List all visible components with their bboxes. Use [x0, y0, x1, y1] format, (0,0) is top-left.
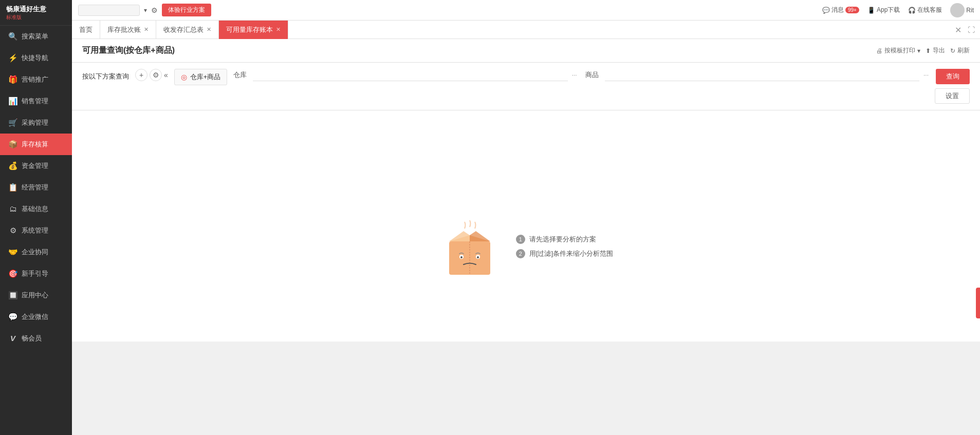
topbar-gear-icon[interactable]: ⚙	[151, 6, 158, 14]
sidebar-item-label: 快捷导航	[22, 53, 48, 63]
folder-icon: 🗂	[8, 204, 17, 213]
scheme-actions: + ⚙ «	[135, 69, 168, 81]
online-service-link[interactable]: 🎧 在线客服	[908, 6, 942, 14]
sidebar-item-marketing[interactable]: 🎁 营销推广	[0, 69, 72, 90]
brand-name: 畅康通好生意	[6, 5, 66, 14]
empty-state: 1 请先选择要分析的方案 2 用[过滤]条件来缩小分析范围	[439, 123, 613, 329]
sidebar-item-search[interactable]: 🔍 搜索菜单	[0, 26, 72, 47]
handshake-icon: 🤝	[8, 248, 17, 257]
sidebar-item-label: 新手引导	[22, 269, 48, 278]
settings-action-button[interactable]: 设置	[935, 88, 970, 104]
hint-num-1: 1	[516, 235, 525, 244]
settings-icon: ⚙	[153, 71, 159, 79]
add-icon: +	[139, 71, 143, 79]
sidebar-item-label: 销售管理	[22, 97, 48, 106]
topbar-dropdown-chevron[interactable]: ▾	[144, 7, 147, 14]
sidebar-item-basic-info[interactable]: 🗂 基础信息	[0, 198, 72, 220]
collapse-scheme-button[interactable]: «	[164, 71, 168, 79]
main-area: ▾ ⚙ 体验行业方案 💬 消息 99+ 📱 App下载 🎧 在线客服 Rit	[72, 0, 980, 435]
warehouse-input[interactable]	[253, 69, 567, 81]
tab-available-ledger-close[interactable]: ✕	[276, 26, 281, 33]
tab-batch-ledger-close[interactable]: ✕	[144, 26, 149, 33]
product-more[interactable]: ···	[923, 71, 929, 79]
sidebar: 畅康通好生意 标准版 🔍 搜索菜单 ⚡ 快捷导航 🎁 营销推广 📊 销售管理 🛒…	[0, 0, 72, 435]
chart-icon: 📊	[8, 97, 17, 106]
sidebar-item-vip[interactable]: V 畅会员	[0, 328, 72, 349]
hint-text-1: 请先选择要分析的方案	[529, 235, 596, 244]
sidebar-item-label: 经营管理	[22, 183, 48, 192]
money-icon: 💰	[8, 161, 17, 171]
hint-text-2: 用[过滤]条件来缩小分析范围	[529, 249, 613, 258]
export-button[interactable]: ⬆ 导出	[926, 46, 945, 55]
tab-available-ledger-label: 可用量库存账本	[226, 25, 273, 34]
sidebar-item-purchase[interactable]: 🛒 采购管理	[0, 112, 72, 134]
product-label: 商品	[585, 70, 601, 80]
warehouse-more[interactable]: ···	[572, 71, 577, 79]
filter-fields: 仓库 ··· 商品 ···	[233, 69, 929, 81]
scheme-name: 仓库+商品	[190, 72, 221, 82]
print-label: 按模板打印	[884, 46, 915, 55]
tab-batch-ledger-label: 库存批次账	[107, 25, 141, 34]
sidebar-item-label: 资金管理	[22, 161, 48, 171]
message-count: 99+	[845, 7, 859, 13]
query-button[interactable]: 查询	[936, 69, 970, 84]
refresh-button[interactable]: ↻ 刷新	[950, 46, 970, 55]
tabbar-expand-icon[interactable]: ⛶	[968, 26, 975, 34]
sidebar-item-business[interactable]: 📋 经营管理	[0, 177, 72, 198]
empty-hint-2: 2 用[过滤]条件来缩小分析范围	[516, 249, 613, 258]
tabbar-close-all[interactable]: ✕	[955, 25, 961, 34]
scheme-circle-icon: ◎	[181, 73, 187, 81]
vip-icon: V	[8, 334, 17, 343]
svg-point-9	[477, 256, 479, 258]
trial-industry-button[interactable]: 体验行业方案	[162, 4, 211, 16]
apps-icon: 🔲	[8, 291, 17, 300]
tab-home[interactable]: 首页	[72, 21, 100, 39]
empty-illustration	[439, 216, 501, 277]
gift-icon: 🎁	[8, 75, 17, 84]
filter-row-1: 仓库 ··· 商品 ···	[233, 69, 929, 81]
sidebar-item-shortcut[interactable]: ⚡ 快捷导航	[0, 47, 72, 69]
settings-scheme-button[interactable]: ⚙	[150, 69, 162, 81]
user-avatar-area[interactable]: Rit	[950, 3, 974, 17]
tabbar: 首页 库存批次账 ✕ 收发存汇总表 ✕ 可用量库存账本 ✕ ✕ ⛶	[72, 21, 980, 39]
sidebar-item-label: 企业协同	[22, 248, 48, 257]
hint-num-2: 2	[516, 249, 525, 258]
message-icon: 💬	[822, 7, 830, 14]
sidebar-item-inventory[interactable]: 📦 库存核算	[0, 134, 72, 155]
scheme-warehouse-product[interactable]: ◎ 仓库+商品	[174, 69, 228, 85]
clipboard-icon: 📋	[8, 183, 17, 192]
sidebar-item-app-center[interactable]: 🔲 应用中心	[0, 285, 72, 306]
sidebar-item-label: 应用中心	[22, 291, 48, 300]
sidebar-item-enterprise-wechat[interactable]: 💬 企业微信	[0, 306, 72, 328]
warehouse-label: 仓库	[233, 70, 249, 80]
sidebar-item-newbie[interactable]: 🎯 新手引导	[0, 263, 72, 285]
tab-batch-ledger[interactable]: 库存批次账 ✕	[100, 21, 156, 39]
tab-deposit-summary-label: 收发存汇总表	[163, 25, 204, 34]
cart-icon: 🛒	[8, 118, 17, 127]
sidebar-item-finance[interactable]: 💰 资金管理	[0, 155, 72, 177]
print-template-button[interactable]: 🖨 按模板打印 ▾	[876, 46, 920, 55]
sidebar-item-label: 基础信息	[22, 204, 48, 214]
app-download-label: App下载	[877, 6, 900, 14]
svg-marker-4	[470, 231, 490, 241]
refresh-label: 刷新	[957, 46, 970, 55]
sidebar-item-system[interactable]: ⚙ 系统管理	[0, 220, 72, 241]
add-scheme-button[interactable]: +	[135, 69, 147, 81]
tab-available-ledger[interactable]: 可用量库存账本 ✕	[219, 21, 288, 39]
sidebar-item-sales[interactable]: 📊 销售管理	[0, 90, 72, 112]
filter-area: 按以下方案查询 + ⚙ « ◎ 仓库+商品 仓库 ··	[72, 63, 980, 110]
app-download-link[interactable]: 📱 App下载	[867, 6, 900, 14]
box-icon: 📦	[8, 140, 17, 149]
target-icon: 🎯	[8, 269, 17, 278]
tab-deposit-summary[interactable]: 收发存汇总表 ✕	[156, 21, 219, 39]
message-badge[interactable]: 💬 消息 99+	[822, 6, 859, 14]
warehouse-filter-field: 仓库 ···	[233, 69, 577, 81]
sidebar-item-enterprise-collab[interactable]: 🤝 企业协同	[0, 241, 72, 263]
topbar-search-input[interactable]	[78, 5, 140, 16]
phone-icon: 📱	[867, 7, 875, 14]
tab-deposit-summary-close[interactable]: ✕	[207, 26, 211, 33]
product-input[interactable]	[605, 69, 919, 81]
tab-home-label: 首页	[79, 25, 93, 34]
sidebar-item-label: 系统管理	[22, 226, 48, 235]
print-chevron: ▾	[917, 47, 920, 54]
